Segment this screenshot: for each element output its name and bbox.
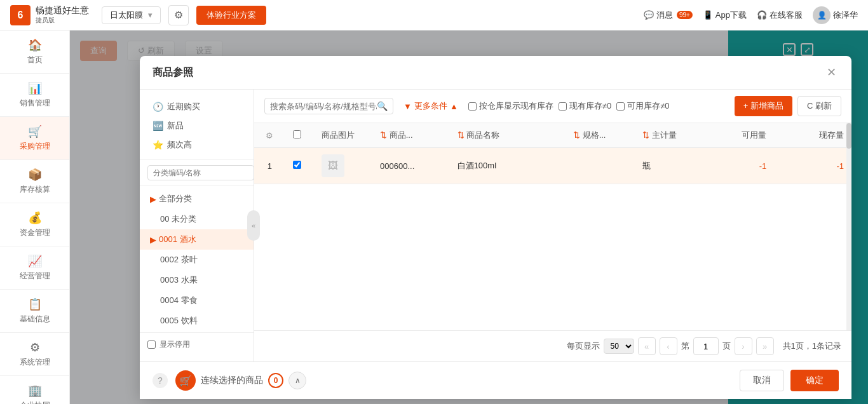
col-header-spec[interactable]: ⇅ 规格... (566, 123, 635, 148)
table-row[interactable]: 1 🖼 (254, 148, 851, 184)
checkbox-available-ne0[interactable]: 可用库存≠0 (616, 100, 669, 112)
col-header-code[interactable]: ⇅ 商品... (372, 123, 450, 148)
modal-footer: ? 🛒 连续选择的商品 0 ∧ 取消 确定 (140, 361, 851, 399)
collapse-panel-button[interactable]: « (247, 210, 260, 241)
help-icon[interactable]: ? (153, 373, 168, 388)
sidebar-item-enterprise[interactable]: 🏢 企业协同 (0, 376, 69, 404)
available-ne0-checkbox[interactable] (616, 102, 625, 111)
checkbox-stock-ne0[interactable]: 现有库存≠0 (559, 100, 611, 112)
message-icon: 💬 (644, 10, 654, 20)
total-info: 共1页，1条记录 (783, 340, 841, 352)
app-download-btn[interactable]: 📱 App下载 (703, 10, 747, 21)
gear-button[interactable]: ⚙ (168, 5, 189, 25)
table-scrollbar-thumb (846, 123, 851, 149)
company-selector[interactable]: 日太阳膜 ▾ (102, 6, 161, 24)
page-number-input[interactable] (693, 337, 719, 355)
confirm-button[interactable]: 确定 (790, 370, 839, 391)
product-search-input[interactable] (270, 102, 377, 111)
cat-item-0001[interactable]: ▶ 0001 酒水 (140, 229, 254, 250)
clock-icon: 🕐 (153, 102, 163, 112)
logo-area: 6 畅捷通好生意 捷员版 (10, 5, 89, 25)
settings-icon[interactable]: ⚙ (266, 131, 273, 140)
new-icon: 🆕 (153, 121, 163, 131)
warehouse-checkbox[interactable] (468, 102, 477, 111)
top-nav: 6 畅捷通好生意 捷员版 日太阳膜 ▾ ⚙ 体验行业方案 💬 消息 99+ 📱 … (0, 0, 868, 30)
content-area: 查询 ↺ 刷新 设置 ✕ ⤢ 商品参照 ✕ (70, 30, 868, 404)
more-filters-btn[interactable]: ▼ 更多条件 ▲ (398, 98, 463, 114)
quick-filter-new-label: 新品 (167, 120, 184, 131)
cat-item-0004[interactable]: 0004 零食 (140, 290, 254, 311)
page-word: 第 (681, 340, 689, 352)
sidebar-item-finance[interactable]: 💰 资金管理 (0, 203, 69, 246)
col-stock-label: 现存量 (819, 130, 844, 140)
add-product-btn[interactable]: + 新增商品 (735, 96, 792, 116)
checkbox-available-ne0-label: 可用库存≠0 (627, 100, 669, 112)
sidebar-item-home[interactable]: 🏠 首页 (0, 30, 69, 74)
sidebar-item-inventory[interactable]: 📦 库存核算 (0, 160, 69, 203)
quick-filter-new[interactable]: 🆕 新品 (147, 116, 246, 135)
next-page-btn[interactable]: › (735, 337, 752, 355)
logo-text-block: 畅捷通好生意 捷员版 (36, 5, 89, 25)
search-icon[interactable]: 🔍 (377, 101, 388, 111)
checkbox-warehouse[interactable]: 按仓库显示现有库存 (468, 100, 553, 112)
sidebar-label-system: 系统管理 (20, 357, 50, 368)
row-checkbox[interactable] (293, 161, 301, 169)
row-img-cell: 🖼 (314, 148, 372, 184)
sidebar-label-home: 首页 (27, 55, 43, 65)
col-header-name[interactable]: ⇅ 商品名称 (450, 123, 566, 148)
cancel-button[interactable]: 取消 (740, 370, 784, 391)
col-code-label: 商品... (390, 130, 413, 140)
cat-item-0004-label: 0004 零食 (160, 295, 198, 306)
prev-page-btn[interactable]: ‹ (660, 337, 677, 355)
select-all-checkbox[interactable] (293, 130, 301, 138)
page-size-select[interactable]: 50 (604, 339, 634, 354)
sidebar-label-basic: 基础信息 (20, 314, 50, 325)
sidebar-label-enterprise: 企业协同 (20, 400, 50, 404)
col-header-img: 商品图片 (314, 123, 372, 148)
modal-close-button[interactable]: ✕ (824, 65, 839, 80)
cat-item-all[interactable]: ▶ 全部分类 (140, 189, 254, 209)
sort-icon-name: ⇅ (458, 130, 465, 140)
system-icon: ⚙ (30, 340, 40, 354)
last-page-btn[interactable]: » (756, 337, 774, 355)
row-name: 白酒100ml (450, 148, 566, 184)
sidebar-item-basic[interactable]: 📋 基础信息 (0, 290, 69, 333)
cart-expand-btn[interactable]: ∧ (288, 372, 306, 389)
product-reference-modal: 商品参照 ✕ 🕐 近期购买 🆕 新品 (140, 56, 851, 399)
sidebar-item-purchase[interactable]: 🛒 采购管理 (0, 117, 69, 160)
cart-area[interactable]: 🛒 连续选择的商品 0 ∧ (175, 370, 306, 391)
finance-icon: 💰 (28, 211, 42, 225)
cat-item-0002[interactable]: 0002 茶叶 (140, 250, 254, 270)
cat-item-0005[interactable]: 0005 饮料 (140, 311, 254, 331)
row-stock: -1 (774, 148, 851, 184)
cat-item-00[interactable]: 00 未分类 (140, 209, 254, 229)
show-disabled-label: 显示停用 (159, 339, 190, 350)
refresh-btn[interactable]: C 刷新 (797, 96, 841, 116)
col-available-label: 可用量 (742, 130, 766, 140)
cat-item-0003[interactable]: 0003 水果 (140, 270, 254, 290)
col-header-unit[interactable]: ⇅ 主计量 (635, 123, 696, 148)
user-menu[interactable]: 👤 徐泽华 (813, 6, 858, 24)
cat-item-0005-label: 0005 饮料 (160, 315, 198, 327)
quick-filter-recent-label: 近期购买 (167, 101, 200, 112)
sidebar-item-sales[interactable]: 📊 销售管理 (0, 74, 69, 117)
quick-filter-recent[interactable]: 🕐 近期购买 (147, 97, 246, 116)
category-search-input[interactable] (147, 165, 254, 180)
message-btn[interactable]: 💬 消息 99+ (644, 10, 693, 21)
col-header-available: 可用量 (697, 123, 775, 148)
sidebar-item-system[interactable]: ⚙ 系统管理 (0, 333, 69, 376)
sort-icon-unit: ⇅ (642, 130, 649, 140)
page-size-label: 每页显示 (567, 340, 600, 352)
stock-ne0-checkbox[interactable] (559, 102, 567, 111)
experience-button[interactable]: 体验行业方案 (196, 6, 266, 25)
show-disabled-checkbox[interactable] (147, 340, 156, 349)
table-scrollbar[interactable] (846, 123, 851, 330)
gear-icon: ⚙ (174, 9, 183, 21)
online-service-btn[interactable]: 🎧 在线客服 (757, 10, 803, 21)
sidebar-item-operation[interactable]: 📈 经营管理 (0, 246, 69, 290)
first-page-btn[interactable]: « (638, 337, 656, 355)
toolbar: 🔍 ▼ 更多条件 ▲ 按仓库显示现有库存 (254, 90, 851, 123)
company-name: 日太阳膜 (110, 10, 143, 21)
product-search-box: 🔍 (264, 98, 393, 114)
quick-filter-frequent[interactable]: ⭐ 频次高 (147, 135, 246, 154)
